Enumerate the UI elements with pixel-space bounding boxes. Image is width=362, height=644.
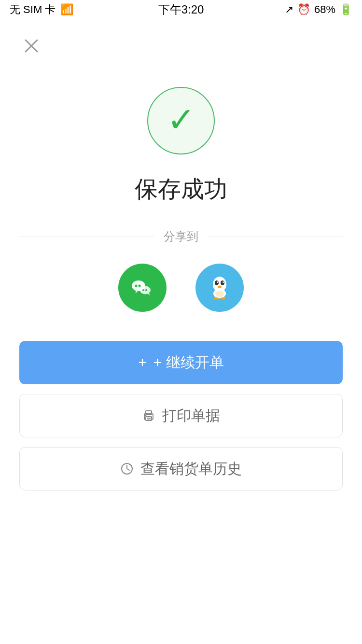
print-button[interactable]: 打印单据 <box>19 394 343 437</box>
history-icon <box>120 462 134 476</box>
share-divider: 分享到 <box>19 229 343 244</box>
history-button[interactable]: 查看销货单历史 <box>19 447 343 490</box>
svg-point-13 <box>217 281 218 283</box>
svg-point-6 <box>142 289 144 291</box>
status-right: ↗ ⏰ 68% 🔋 <box>285 3 352 16</box>
print-icon <box>142 409 155 422</box>
svg-point-4 <box>139 285 141 287</box>
svg-point-17 <box>215 291 224 297</box>
continue-button[interactable]: + + 继续开单 <box>19 341 343 384</box>
qq-share-button[interactable] <box>195 264 244 312</box>
battery-icon: 🔋 <box>339 3 352 16</box>
svg-point-14 <box>223 281 224 283</box>
svg-point-11 <box>215 280 219 285</box>
qq-icon <box>205 273 234 302</box>
wechat-share-button[interactable] <box>118 264 167 312</box>
share-icons <box>118 264 244 312</box>
success-title: 保存成功 <box>135 174 227 205</box>
svg-point-18 <box>214 297 219 299</box>
share-label: 分享到 <box>164 229 198 244</box>
main-content: ✓ 保存成功 分享到 <box>0 58 362 644</box>
checkmark-icon: ✓ <box>167 103 195 137</box>
svg-rect-22 <box>146 417 152 420</box>
battery-label: 68% <box>314 3 335 16</box>
action-buttons: + + 继续开单 打印单据 查看销货单历史 <box>19 341 343 490</box>
print-label: 打印单据 <box>162 406 220 426</box>
wifi-icon: 📶 <box>60 3 73 16</box>
divider-left <box>19 237 154 237</box>
plus-icon: + <box>138 354 147 371</box>
wechat-icon <box>128 273 157 302</box>
close-icon <box>24 38 39 54</box>
svg-point-15 <box>218 286 222 288</box>
svg-point-3 <box>135 285 138 287</box>
svg-point-7 <box>145 289 147 291</box>
success-circle: ✓ <box>147 87 215 154</box>
svg-marker-8 <box>136 291 138 294</box>
status-bar: 无 SIM 卡 📶 下午3:20 ↗ ⏰ 68% 🔋 <box>0 0 362 19</box>
continue-label: + 继续开单 <box>153 353 224 373</box>
alarm-icon: ⏰ <box>297 3 310 16</box>
status-time: 下午3:20 <box>158 2 204 17</box>
svg-point-25 <box>145 415 147 417</box>
no-sim-label: 无 SIM 卡 <box>10 2 56 17</box>
location-icon: ↗ <box>285 3 293 16</box>
svg-point-12 <box>221 280 224 285</box>
close-button[interactable] <box>19 34 43 58</box>
status-left: 无 SIM 卡 📶 <box>10 2 73 17</box>
svg-marker-9 <box>147 293 150 295</box>
svg-point-19 <box>221 297 225 299</box>
history-label: 查看销货单历史 <box>140 459 242 479</box>
divider-right <box>208 237 343 237</box>
